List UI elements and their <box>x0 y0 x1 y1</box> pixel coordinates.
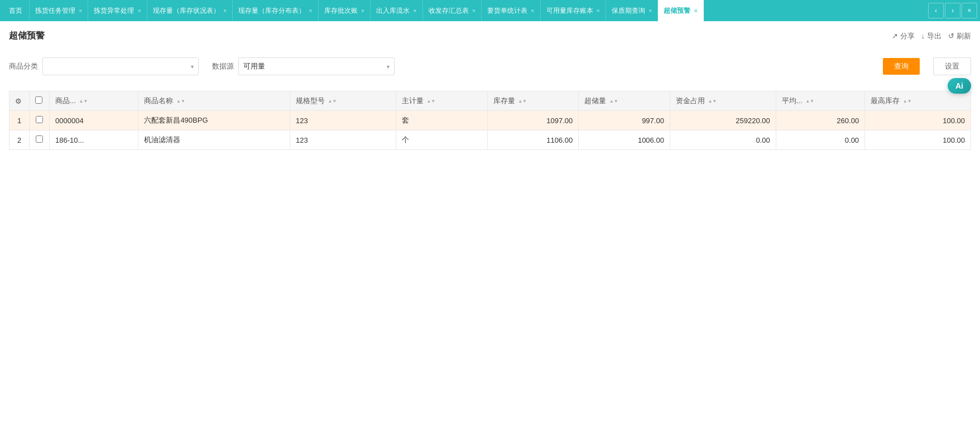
close-tab-8[interactable]: × <box>531 7 534 14</box>
th-over[interactable]: 超储量 ▲▼ <box>579 91 670 111</box>
close-tab-2[interactable]: × <box>137 7 141 14</box>
export-icon: ↓ <box>921 32 925 40</box>
row-code-2: 186-10... <box>50 130 138 150</box>
close-tab-1[interactable]: × <box>79 7 82 14</box>
refresh-label: 刷新 <box>957 31 971 41</box>
category-select[interactable]: ▾ <box>42 57 199 75</box>
row-index-2: 2 <box>9 130 30 150</box>
close-tab-10[interactable]: × <box>648 7 652 14</box>
nav-tab-7[interactable]: 收发存汇总表 × <box>423 0 482 21</box>
row-name-1: 六配套新昌490BPG <box>138 111 290 130</box>
settings-button[interactable]: 设置 <box>933 57 971 75</box>
close-tab-11[interactable]: × <box>694 7 697 14</box>
nav-tab-3[interactable]: 现存量（库存状况表） × <box>147 0 233 21</box>
row-checkbox-1[interactable] <box>30 111 50 130</box>
share-button[interactable]: ↗ 分享 <box>892 31 915 41</box>
row-checkbox-2[interactable] <box>30 130 50 150</box>
page-header: 超储预警 ↗ 分享 ↓ 导出 ↺ 刷新 <box>9 30 971 42</box>
row-max-2: 100.00 <box>865 130 971 150</box>
nav-tab-8[interactable]: 要货单统计表 × <box>482 0 540 21</box>
datasource-select-value: 可用量 <box>243 61 265 71</box>
row-name-2: 机油滤清器 <box>138 130 290 150</box>
row-over-2: 1006.00 <box>579 130 670 150</box>
sort-arrows-max: ▲▼ <box>903 99 912 104</box>
main-content: 超储预警 ↗ 分享 ↓ 导出 ↺ 刷新 商品分类 ▾ 数据源 <box>0 21 980 446</box>
sort-arrows-over: ▲▼ <box>609 99 618 104</box>
category-filter: 商品分类 ▾ <box>9 57 199 75</box>
table-header-row: ⚙ 商品... ▲▼ 商品名称 ▲▼ 规格型号 ▲▼ 主计 <box>9 91 971 111</box>
row-unit-1: 套 <box>396 111 487 130</box>
nav-tab-1[interactable]: 拣货任务管理 × <box>30 0 88 21</box>
th-unit[interactable]: 主计量 ▲▼ <box>396 91 487 111</box>
nav-tab-6[interactable]: 出入库流水 × <box>371 0 422 21</box>
nav-tab-2[interactable]: 拣货异常处理 × <box>88 0 147 21</box>
nav-tab-10[interactable]: 保质期查询 × <box>606 0 658 21</box>
row-capital-1: 259220.00 <box>670 111 776 130</box>
datasource-select[interactable]: 可用量 ▾ <box>238 57 395 75</box>
nav-tab-5[interactable]: 库存批次账 × <box>319 0 371 21</box>
row-over-1: 997.00 <box>579 111 670 130</box>
page-title: 超储预警 <box>9 30 45 42</box>
settings-button-wrapper: 设置 <box>933 57 971 75</box>
gear-icon: ⚙ <box>15 97 22 105</box>
row-select-1[interactable] <box>36 116 43 123</box>
nav-home[interactable]: 首页 <box>2 0 30 21</box>
close-tab-3[interactable]: × <box>223 7 227 14</box>
th-gear[interactable]: ⚙ <box>9 91 30 111</box>
row-stock-2: 1106.00 <box>487 130 579 150</box>
nav-arrow-left[interactable]: ‹ <box>928 3 944 18</box>
share-icon: ↗ <box>892 32 898 40</box>
close-tab-4[interactable]: × <box>309 7 312 14</box>
sort-arrows-capital: ▲▼ <box>708 99 717 104</box>
th-name[interactable]: 商品名称 ▲▼ <box>138 91 290 111</box>
row-spec-1: 123 <box>290 111 396 130</box>
row-stock-1: 1097.00 <box>487 111 579 130</box>
nav-tab-4[interactable]: 现存量（库存分布表） × <box>233 0 318 21</box>
row-select-2[interactable] <box>36 135 43 143</box>
row-max-1: 100.00 <box>865 111 971 130</box>
header-actions: ↗ 分享 ↓ 导出 ↺ 刷新 <box>892 31 972 41</box>
close-tab-6[interactable]: × <box>413 7 416 14</box>
ai-badge[interactable]: Ai <box>948 78 971 94</box>
datasource-chevron-icon: ▾ <box>387 64 390 70</box>
sort-arrows-spec: ▲▼ <box>328 99 337 104</box>
datasource-filter: 数据源 可用量 ▾ <box>212 57 395 75</box>
th-code[interactable]: 商品... ▲▼ <box>50 91 138 111</box>
th-stock[interactable]: 库存量 ▲▼ <box>487 91 579 111</box>
query-button[interactable]: 查询 <box>883 58 920 75</box>
chevron-down-icon: ▾ <box>191 64 194 70</box>
close-tab-9[interactable]: × <box>597 7 600 14</box>
refresh-button[interactable]: ↺ 刷新 <box>948 31 971 41</box>
row-spec-2: 123 <box>290 130 396 150</box>
th-capital[interactable]: 资金占用 ▲▼ <box>670 91 776 111</box>
sort-arrows-stock: ▲▼ <box>518 99 527 104</box>
export-label: 导出 <box>927 31 941 41</box>
nav-arrows: ‹ › × <box>928 3 978 18</box>
row-code-1: 0000004 <box>50 111 138 130</box>
row-index-1: 1 <box>9 111 30 130</box>
filter-buttons: 查询 <box>883 58 920 75</box>
sort-arrows-unit: ▲▼ <box>426 99 435 104</box>
nav-close-all[interactable]: × <box>962 3 977 18</box>
close-tab-5[interactable]: × <box>361 7 364 14</box>
nav-tab-9[interactable]: 可用量库存账本 × <box>541 0 606 21</box>
table-row: 2 186-10... 机油滤清器 123 个 1106.00 1006.00 … <box>9 130 971 150</box>
th-spec[interactable]: 规格型号 ▲▼ <box>290 91 396 111</box>
close-tab-7[interactable]: × <box>472 7 475 14</box>
sort-arrows-code: ▲▼ <box>79 99 88 104</box>
th-checkbox[interactable] <box>30 91 50 111</box>
nav-tab-11[interactable]: 超储预警 × <box>658 0 703 21</box>
row-avg-1: 260.00 <box>776 111 864 130</box>
row-avg-2: 0.00 <box>776 130 864 150</box>
category-label: 商品分类 <box>9 61 38 71</box>
select-all-checkbox[interactable] <box>35 96 42 104</box>
export-button[interactable]: ↓ 导出 <box>921 31 942 41</box>
th-max[interactable]: 最高库存 ▲▼ <box>865 91 971 111</box>
top-navigation: 首页 拣货任务管理 × 拣货异常处理 × 现存量（库存状况表） × 现存量（库存… <box>0 0 980 21</box>
nav-arrow-right[interactable]: › <box>945 3 960 18</box>
th-avg[interactable]: 平均... ▲▼ <box>776 91 864 111</box>
row-capital-2: 0.00 <box>670 130 776 150</box>
sort-arrows-name: ▲▼ <box>176 99 185 104</box>
filter-area: 商品分类 ▾ 数据源 可用量 ▾ 查询 设置 <box>9 51 971 82</box>
refresh-icon: ↺ <box>948 32 954 40</box>
